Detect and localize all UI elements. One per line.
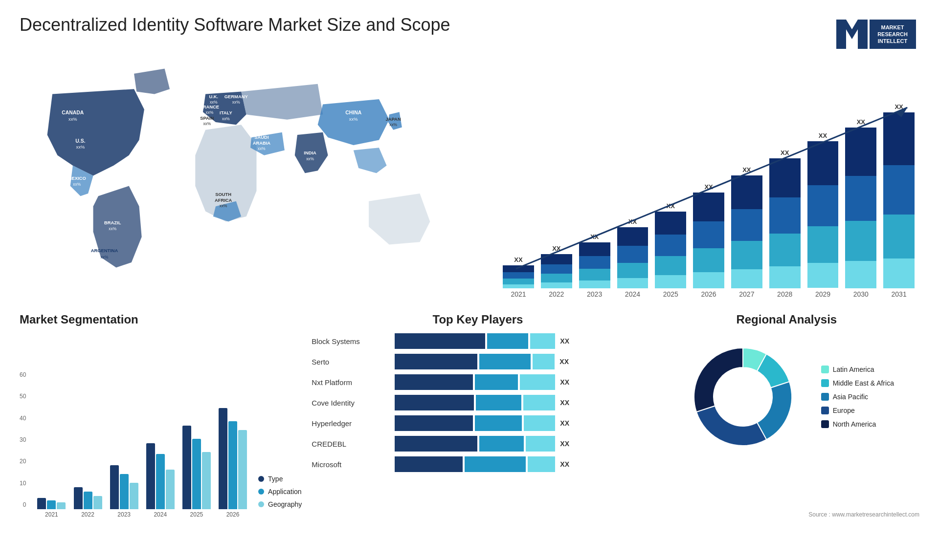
bar-label: XX [552, 245, 560, 252]
bar-group: XX [769, 149, 801, 288]
svg-text:ARGENTINA: ARGENTINA [91, 248, 118, 253]
svg-text:MARKET: MARKET [881, 24, 904, 30]
svg-marker-0 [836, 20, 868, 49]
svg-text:SOUTH: SOUTH [215, 192, 231, 197]
top-section: CANADA xx% U.S. xx% MEXICO xx% BRAZIL xx… [20, 64, 919, 298]
top-players: Top Key Players Block SystemsXXSertoXXNx… [312, 313, 644, 518]
regional-title: Regional Analysis [736, 313, 837, 326]
year-label: 2025 [655, 290, 686, 298]
svg-text:RESEARCH: RESEARCH [877, 31, 908, 37]
bar-label: XX [894, 103, 903, 110]
donut-legend-item: Middle East & Africa [821, 379, 894, 387]
svg-text:xx%: xx% [258, 146, 266, 151]
market-segmentation: Market Segmentation 6050403020100 202120… [20, 313, 302, 518]
players-title: Top Key Players [312, 313, 644, 326]
player-row: Nxt PlatformXX [312, 374, 644, 390]
year-label: 2031 [883, 290, 915, 298]
bar-label: XX [628, 218, 637, 225]
svg-text:SPAIN: SPAIN [200, 115, 214, 121]
svg-text:FRANCE: FRANCE [200, 104, 219, 109]
svg-text:MEXICO: MEXICO [68, 175, 86, 181]
segmentation-chart: 6050403020100 202120222023202420252026 T… [20, 333, 302, 518]
donut-legend-item: Europe [821, 407, 894, 414]
seg-y-axis: 6050403020100 [20, 371, 26, 518]
bar-group: XX [617, 218, 648, 288]
year-label: 2024 [617, 290, 648, 298]
svg-text:xx%: xx% [349, 116, 358, 122]
regional-analysis: Regional Analysis Latin AmericaMiddle Ea… [654, 313, 919, 518]
legend-item: Geography [258, 500, 302, 508]
svg-text:INTELLECT: INTELLECT [878, 38, 908, 44]
donut-area: Latin AmericaMiddle East & AfricaAsia Pa… [679, 333, 894, 460]
bar-label: XX [590, 233, 599, 240]
player-row: SertoXX [312, 354, 644, 369]
svg-text:xx%: xx% [306, 156, 314, 161]
svg-text:BRAZIL: BRAZIL [104, 220, 121, 225]
year-label: 2021 [503, 290, 534, 298]
donut-legend-item: Asia Pacific [821, 393, 894, 401]
svg-text:xx%: xx% [220, 203, 227, 208]
svg-text:AFRICA: AFRICA [215, 197, 232, 203]
svg-text:xx%: xx% [222, 116, 230, 121]
svg-text:xx%: xx% [109, 226, 116, 231]
svg-text:U.S.: U.S. [75, 138, 85, 144]
segmentation-title: Market Segmentation [20, 313, 302, 326]
year-label: 2027 [731, 290, 762, 298]
svg-text:xx%: xx% [203, 121, 211, 126]
world-map: CANADA xx% U.S. xx% MEXICO xx% BRAZIL xx… [20, 64, 483, 298]
svg-text:xx%: xx% [232, 100, 240, 105]
svg-text:xx%: xx% [206, 110, 214, 115]
bar-group: XX [731, 166, 762, 288]
svg-text:SAUDI: SAUDI [254, 134, 268, 140]
svg-text:xx%: xx% [76, 144, 85, 150]
bar-label: XX [819, 132, 827, 139]
segmentation-legend: TypeApplicationGeography [258, 475, 302, 518]
svg-text:JAPAN: JAPAN [386, 116, 401, 122]
bar-label: XX [514, 256, 522, 263]
bar-group: XX [655, 202, 686, 288]
bar-label: XX [667, 202, 675, 210]
page-title: Decentralized Identity Software Market S… [20, 15, 450, 35]
donut-legend-item: Latin America [821, 366, 894, 373]
svg-text:xx%: xx% [68, 116, 77, 122]
bar-group: XX [693, 183, 724, 288]
year-label: 2028 [769, 290, 801, 298]
svg-text:CHINA: CHINA [345, 110, 361, 115]
svg-text:ITALY: ITALY [220, 110, 232, 115]
year-label: 2022 [541, 290, 572, 298]
bar-label: XX [857, 118, 865, 126]
year-label: 2030 [845, 290, 876, 298]
year-label: 2023 [579, 290, 610, 298]
bar-label: XX [742, 166, 751, 173]
svg-text:xx%: xx% [389, 122, 397, 127]
bar-group: XX [503, 256, 534, 288]
year-label: 2026 [693, 290, 724, 298]
player-row: HyperledgerXX [312, 415, 644, 431]
player-row: CREDEBLXX [312, 436, 644, 452]
bar-label: XX [781, 149, 789, 156]
year-label: 2029 [807, 290, 839, 298]
bottom-section: Market Segmentation 6050403020100 202120… [20, 313, 919, 518]
logo: MARKET RESEARCH INTELLECT [831, 15, 919, 54]
growth-bar-chart: XXXXXXXXXXXXXXXXXXXXXX 20212022202320242… [498, 64, 919, 298]
player-row: MicrosoftXX [312, 456, 644, 472]
page-header: Decentralized Identity Software Market S… [20, 15, 919, 54]
bar-label: XX [704, 183, 713, 191]
bar-group: XX [579, 233, 610, 288]
svg-text:U.K.: U.K. [209, 94, 218, 99]
svg-text:CANADA: CANADA [62, 110, 84, 115]
bar-group: XX [883, 103, 915, 288]
bar-group: XX [845, 118, 876, 288]
bar-group: XX [807, 132, 839, 288]
svg-text:GERMANY: GERMANY [224, 94, 248, 99]
legend-item: Application [258, 488, 302, 495]
svg-text:ARABIA: ARABIA [253, 140, 271, 146]
svg-text:xx%: xx% [101, 255, 109, 259]
svg-point-39 [715, 368, 771, 425]
bar-group: XX [541, 245, 572, 288]
svg-text:INDIA: INDIA [304, 150, 316, 155]
player-row: Block SystemsXX [312, 333, 644, 349]
player-row: Cove IdentityXX [312, 395, 644, 410]
source-text: Source : www.marketresearchintellect.com [654, 511, 919, 518]
legend-item: Type [258, 475, 302, 483]
